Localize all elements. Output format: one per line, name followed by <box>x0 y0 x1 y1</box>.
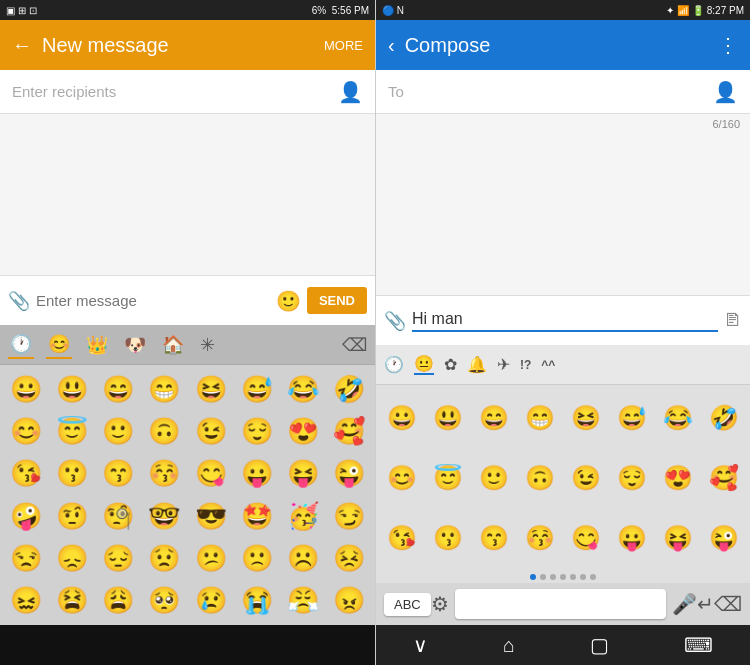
right-emoji-cell[interactable]: 😋 <box>564 509 609 568</box>
nav-keyboard-button[interactable]: ⌨ <box>684 633 713 657</box>
emoji-cell[interactable]: 😣 <box>327 538 371 578</box>
nav-recents-button[interactable]: ▢ <box>590 633 609 657</box>
emoji-cell[interactable]: 😀 <box>4 369 48 409</box>
right-emoji-cell[interactable]: 🤣 <box>702 388 747 447</box>
emoji-cell[interactable]: 😍 <box>281 411 325 451</box>
emoji-cell[interactable]: 😆 <box>189 369 233 409</box>
right-contact-icon[interactable]: 👤 <box>713 80 738 104</box>
emoji-cell[interactable]: 😅 <box>235 369 279 409</box>
right-emoji-cell[interactable]: 🙃 <box>517 448 562 507</box>
right-emoji-cell[interactable]: 😃 <box>425 388 470 447</box>
emoji-cell[interactable]: 😂 <box>281 369 325 409</box>
emoji-cell[interactable]: 😭 <box>235 581 279 621</box>
right-emoji-cell[interactable]: 😉 <box>564 448 609 507</box>
compose-send-icon[interactable]: 🖹 <box>724 310 742 331</box>
emoji-cell[interactable]: 🥺 <box>142 581 186 621</box>
emoji-cell[interactable]: 😉 <box>189 411 233 451</box>
emoji-cell[interactable]: 😙 <box>96 454 140 494</box>
emoji-delete-button[interactable]: ⌫ <box>342 334 367 356</box>
emoji-cell[interactable]: 😠 <box>327 581 371 621</box>
right-emoji-cell[interactable]: 😝 <box>656 509 701 568</box>
emoji-cell[interactable]: 😖 <box>4 581 48 621</box>
emoji-button[interactable]: 🙂 <box>276 289 301 313</box>
enter-icon-button[interactable]: ↵ <box>697 592 714 616</box>
right-emoji-cell[interactable]: 😊 <box>379 448 424 507</box>
right-emoji-cell[interactable]: 😍 <box>656 448 701 507</box>
emoji-cell[interactable]: 😊 <box>4 411 48 451</box>
emoji-tab-house[interactable]: 🏠 <box>160 332 186 358</box>
right-emoji-cell[interactable]: 🙂 <box>471 448 516 507</box>
contact-icon[interactable]: 👤 <box>338 80 363 104</box>
right-tab-recent[interactable]: 🕐 <box>384 355 404 374</box>
emoji-cell[interactable]: 😛 <box>235 454 279 494</box>
emoji-cell[interactable]: 😌 <box>235 411 279 451</box>
right-tab-flower[interactable]: ✿ <box>444 355 457 374</box>
emoji-cell[interactable]: 😇 <box>50 411 94 451</box>
emoji-cell[interactable]: 😒 <box>4 538 48 578</box>
compose-input[interactable] <box>412 310 718 332</box>
emoji-tab-star[interactable]: ✳ <box>198 332 217 358</box>
emoji-cell[interactable]: 🤣 <box>327 369 371 409</box>
right-emoji-cell[interactable]: 😜 <box>702 509 747 568</box>
emoji-cell[interactable]: 😗 <box>50 454 94 494</box>
emoji-cell[interactable]: 😝 <box>281 454 325 494</box>
emoji-cell[interactable]: 🙂 <box>96 411 140 451</box>
paperclip-icon[interactable]: 📎 <box>384 310 406 332</box>
right-emoji-cell[interactable]: 😗 <box>425 509 470 568</box>
message-input[interactable] <box>36 292 270 309</box>
spacebar-button[interactable] <box>455 589 666 619</box>
right-emoji-cell[interactable]: 😁 <box>517 388 562 447</box>
right-tab-bell[interactable]: 🔔 <box>467 355 487 374</box>
emoji-cell[interactable]: 😟 <box>142 538 186 578</box>
right-emoji-cell[interactable]: 😇 <box>425 448 470 507</box>
right-tab-arrows[interactable]: ^^ <box>541 358 555 372</box>
emoji-cell[interactable]: 😏 <box>327 496 371 536</box>
emoji-cell[interactable]: 😘 <box>4 454 48 494</box>
attach-icon[interactable]: 📎 <box>8 290 30 312</box>
nav-home-button[interactable]: ⌂ <box>503 634 515 657</box>
right-back-button[interactable]: ‹ <box>388 34 395 57</box>
right-emoji-cell[interactable]: 😙 <box>471 509 516 568</box>
more-button[interactable]: MORE <box>324 38 363 53</box>
emoji-cell[interactable]: 😋 <box>189 454 233 494</box>
emoji-cell[interactable]: 😕 <box>189 538 233 578</box>
emoji-cell[interactable]: 🥰 <box>327 411 371 451</box>
right-emoji-cell[interactable]: 😅 <box>610 388 655 447</box>
emoji-tab-recent[interactable]: 🕐 <box>8 331 34 359</box>
emoji-tab-crown[interactable]: 👑 <box>84 332 110 358</box>
right-emoji-cell[interactable]: 😀 <box>379 388 424 447</box>
right-tab-plane[interactable]: ✈ <box>497 355 510 374</box>
emoji-cell[interactable]: 😄 <box>96 369 140 409</box>
send-button[interactable]: SEND <box>307 287 367 314</box>
right-emoji-cell[interactable]: 😛 <box>610 509 655 568</box>
mic-icon-button[interactable]: 🎤 <box>672 592 697 616</box>
right-emoji-cell[interactable]: 😂 <box>656 388 701 447</box>
emoji-cell[interactable]: 🤪 <box>4 496 48 536</box>
back-button[interactable]: ← <box>12 34 32 57</box>
emoji-cell[interactable]: 🙃 <box>142 411 186 451</box>
emoji-cell[interactable]: 😔 <box>96 538 140 578</box>
backspace-icon-button[interactable]: ⌫ <box>714 592 742 616</box>
to-bar[interactable]: To 👤 <box>376 70 750 114</box>
emoji-cell[interactable]: 😤 <box>281 581 325 621</box>
emoji-cell[interactable]: 🙁 <box>235 538 279 578</box>
settings-icon-button[interactable]: ⚙ <box>431 592 449 616</box>
emoji-cell[interactable]: 😜 <box>327 454 371 494</box>
right-tab-face[interactable]: 😐 <box>414 354 434 375</box>
recipients-bar[interactable]: Enter recipients 👤 <box>0 70 375 114</box>
right-tab-symbols[interactable]: !? <box>520 358 531 372</box>
emoji-cell[interactable]: 🤩 <box>235 496 279 536</box>
emoji-cell[interactable]: 😃 <box>50 369 94 409</box>
right-emoji-cell[interactable]: 😘 <box>379 509 424 568</box>
emoji-cell[interactable]: 🤨 <box>50 496 94 536</box>
overflow-menu-button[interactable]: ⋮ <box>718 33 738 57</box>
emoji-cell[interactable]: 😢 <box>189 581 233 621</box>
emoji-cell[interactable]: 😎 <box>189 496 233 536</box>
right-emoji-cell[interactable]: 🥰 <box>702 448 747 507</box>
emoji-cell[interactable]: 😁 <box>142 369 186 409</box>
emoji-cell[interactable]: ☹️ <box>281 538 325 578</box>
right-emoji-cell[interactable]: 😚 <box>517 509 562 568</box>
emoji-tab-face[interactable]: 😊 <box>46 331 72 359</box>
emoji-cell[interactable]: 🥳 <box>281 496 325 536</box>
right-emoji-cell[interactable]: 😆 <box>564 388 609 447</box>
